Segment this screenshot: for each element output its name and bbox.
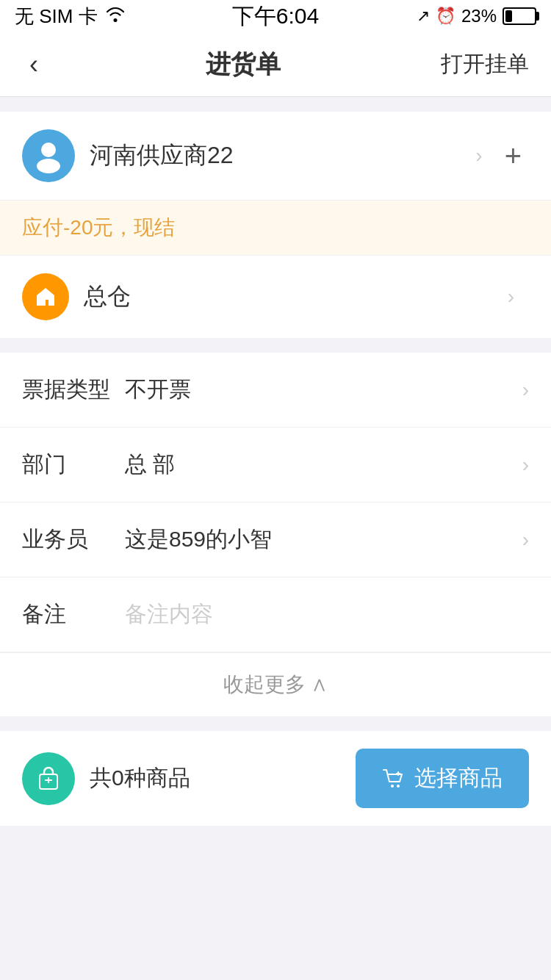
svg-point-4 [397, 785, 400, 788]
goods-count-label: 共0种商品 [90, 763, 356, 793]
status-bar: 无 SIM 卡 下午6:04 ↗ ⏰ 23% [0, 0, 551, 32]
status-right: ↗ ⏰ 23% [417, 6, 536, 26]
open-pending-button[interactable]: 打开挂单 [441, 49, 529, 79]
salesperson-row[interactable]: 业务员 这是859的小智 › [0, 502, 551, 577]
invoice-type-value: 不开票 [125, 375, 522, 405]
salesperson-value: 这是859的小智 [125, 525, 522, 555]
bottom-bar: 共0种商品 选择商品 [0, 731, 551, 826]
supplier-row[interactable]: 河南供应商22 › + [0, 112, 551, 201]
alarm-icon: ⏰ [436, 7, 455, 26]
add-supplier-button[interactable]: + [497, 140, 529, 173]
department-value: 总 部 [125, 450, 522, 480]
battery-icon [503, 7, 536, 25]
remark-placeholder: 备注内容 [125, 599, 529, 630]
warehouse-name: 总仓 [84, 281, 508, 313]
status-time: 下午6:04 [232, 1, 319, 32]
svg-point-3 [391, 785, 394, 788]
salesperson-chevron-icon: › [522, 528, 529, 552]
select-goods-label: 选择商品 [414, 763, 503, 793]
warehouse-row[interactable]: 总仓 › [0, 255, 551, 338]
status-left: 无 SIM 卡 [15, 4, 126, 29]
battery-percent: 23% [461, 6, 497, 26]
select-goods-button[interactable]: 选择商品 [356, 749, 529, 808]
department-label: 部门 [22, 450, 125, 480]
warehouse-chevron-icon: › [508, 285, 514, 309]
supplier-chevron-icon: › [475, 144, 482, 167]
section-gap-1 [0, 97, 551, 112]
invoice-type-label: 票据类型 [22, 375, 125, 405]
collapse-label: 收起更多 ∧ [223, 673, 328, 696]
invoice-type-row[interactable]: 票据类型 不开票 › [0, 353, 551, 428]
back-button[interactable]: ‹ [22, 42, 46, 87]
invoice-type-chevron-icon: › [522, 378, 529, 402]
svg-point-0 [41, 143, 56, 157]
location-icon: ↗ [417, 7, 430, 26]
page-title: 进货单 [206, 48, 281, 82]
notice-text: 应付-20元，现结 [22, 216, 175, 239]
supplier-section: 河南供应商22 › + 应付-20元，现结 总仓 › [0, 112, 551, 338]
collapse-bar[interactable]: 收起更多 ∧ [0, 652, 551, 716]
supplier-avatar [22, 129, 75, 182]
warehouse-icon [22, 273, 69, 320]
wifi-icon [105, 6, 126, 26]
carrier-label: 无 SIM 卡 [15, 4, 98, 29]
battery-fill [505, 10, 512, 22]
department-row[interactable]: 部门 总 部 › [0, 428, 551, 502]
remark-row[interactable]: 备注 备注内容 [0, 577, 551, 652]
nav-bar: ‹ 进货单 打开挂单 [0, 32, 551, 97]
page-container: 无 SIM 卡 下午6:04 ↗ ⏰ 23% ‹ 进货单 打 [0, 0, 551, 980]
notice-bar: 应付-20元，现结 [0, 201, 551, 255]
salesperson-label: 业务员 [22, 525, 125, 555]
supplier-name: 河南供应商22 [90, 140, 475, 172]
department-chevron-icon: › [522, 453, 529, 477]
form-section: 票据类型 不开票 › 部门 总 部 › 业务员 这是859的小智 › 备注 备注… [0, 353, 551, 716]
remark-label: 备注 [22, 599, 125, 630]
svg-point-1 [37, 159, 60, 173]
goods-icon-wrap [22, 752, 75, 805]
